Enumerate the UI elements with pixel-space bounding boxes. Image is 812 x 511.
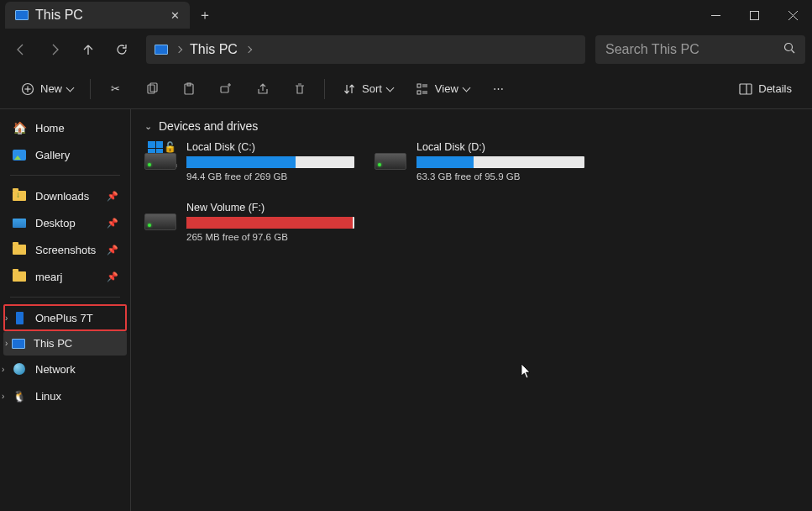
sidebar-item-label: Gallery (35, 149, 70, 161)
svg-line-5 (792, 50, 795, 54)
details-button[interactable]: Details (730, 76, 800, 102)
sidebar-item-label: Downloads (35, 190, 89, 203)
drive-free-text: 94.4 GB free of 269 GB (186, 171, 354, 182)
drive-info: New Volume (F:)265 MB free of 97.6 GB (186, 202, 354, 242)
close-tab-icon[interactable]: ✕ (170, 9, 180, 22)
svg-rect-1 (750, 11, 758, 19)
chevron-right-icon[interactable]: › (2, 365, 4, 374)
chevron-down-icon (385, 84, 394, 92)
search-placeholder: Search This PC (605, 42, 699, 57)
refresh-button[interactable] (107, 35, 136, 64)
sidebar-item-label: Desktop (35, 217, 76, 229)
downloads-icon (12, 188, 27, 203)
drive-item[interactable]: Local Disk (D:)63.3 GB free of 95.9 GB (375, 141, 584, 182)
paste-button[interactable] (173, 76, 205, 102)
sidebar-gallery[interactable]: Gallery (0, 141, 130, 168)
new-tab-button[interactable]: ＋ (198, 7, 212, 24)
share-button[interactable] (247, 76, 279, 102)
sidebar-screenshots[interactable]: Screenshots 📌 (0, 236, 130, 263)
search-input[interactable]: Search This PC (595, 35, 805, 64)
details-icon (738, 82, 753, 97)
sidebar-item-label: Linux (35, 390, 61, 403)
view-icon (415, 82, 430, 97)
forward-button[interactable] (40, 35, 69, 64)
section-devices-drives[interactable]: ⌄ Devices and drives (144, 119, 799, 133)
sidebar-item-label: mearj (35, 271, 63, 283)
chevron-right-icon[interactable]: › (5, 339, 8, 348)
address-bar[interactable]: This PC (146, 35, 585, 64)
folder-icon (12, 269, 27, 284)
sidebar-item-label: Network (35, 363, 76, 376)
view-label: View (435, 82, 458, 95)
sidebar-item-label: Screenshots (35, 244, 96, 256)
more-icon: ⋯ (491, 82, 506, 97)
drive-icon (144, 203, 178, 230)
drive-item[interactable]: 🔓⚙Local Disk (C:)94.4 GB free of 269 GB (144, 141, 354, 182)
svg-rect-20 (740, 84, 752, 94)
chevron-right-icon[interactable]: › (2, 392, 4, 401)
mouse-cursor (521, 363, 532, 383)
delete-button[interactable] (284, 76, 316, 102)
back-button[interactable] (7, 35, 35, 64)
sidebar-mearj[interactable]: mearj 📌 (0, 263, 130, 290)
window-controls (696, 0, 812, 30)
tab-label: This PC (35, 8, 83, 23)
minimize-button[interactable] (696, 0, 735, 30)
share-icon (255, 82, 270, 97)
sidebar-oneplus7t[interactable]: › OnePlus 7T (3, 304, 127, 331)
sort-button[interactable]: Sort (333, 76, 401, 102)
copy-icon (144, 82, 160, 97)
search-icon (783, 42, 795, 57)
chevron-right-icon (245, 46, 252, 53)
new-button[interactable]: New (12, 76, 81, 102)
delete-icon (292, 82, 307, 97)
sort-icon (342, 82, 357, 97)
up-button[interactable] (74, 35, 102, 64)
divider (10, 297, 120, 298)
pin-icon: 📌 (107, 271, 118, 282)
cut-icon: ✂ (107, 82, 123, 97)
toolbar: New ✂ Sort View ⋯ Details (0, 69, 812, 109)
paste-icon (181, 82, 196, 97)
pin-icon: 📌 (107, 245, 118, 256)
sort-label: Sort (362, 82, 382, 95)
titlebar: This PC ✕ ＋ (0, 0, 812, 30)
close-button[interactable] (773, 0, 812, 30)
sidebar-home[interactable]: 🏠 Home (0, 114, 130, 141)
divider (10, 175, 120, 176)
sidebar-thispc[interactable]: › This PC (3, 331, 127, 356)
chevron-right-icon[interactable]: › (5, 313, 8, 323)
rename-button[interactable] (210, 76, 242, 102)
drive-info: Local Disk (C:)94.4 GB free of 269 GB (186, 141, 354, 182)
copy-button[interactable] (136, 76, 168, 102)
tab-this-pc[interactable]: This PC ✕ (5, 2, 190, 29)
linux-icon: 🐧 (12, 388, 27, 403)
home-icon: 🏠 (12, 120, 27, 135)
sidebar-item-label: This PC (34, 337, 72, 350)
more-button[interactable]: ⋯ (483, 76, 515, 102)
sidebar: 🏠 Home Gallery Downloads 📌 Desktop 📌 Scr… (0, 109, 131, 511)
cut-button[interactable]: ✂ (99, 76, 131, 102)
sidebar-linux[interactable]: › 🐧 Linux (0, 382, 130, 409)
maximize-button[interactable] (735, 0, 773, 30)
chevron-down-icon (66, 84, 75, 92)
view-button[interactable]: View (406, 76, 478, 102)
main-content: ⌄ Devices and drives 🔓⚙Local Disk (C:)94… (131, 109, 812, 511)
svg-rect-15 (417, 91, 421, 94)
pin-icon: 📌 (107, 218, 118, 229)
drive-icon (375, 143, 408, 170)
svg-rect-13 (221, 87, 228, 92)
drive-usage-bar (186, 156, 354, 168)
sidebar-downloads[interactable]: Downloads 📌 (0, 182, 130, 209)
drive-name: Local Disk (D:) (416, 141, 584, 153)
drive-usage-bar (186, 217, 354, 229)
sidebar-network[interactable]: › Network (0, 356, 130, 382)
thispc-icon (12, 339, 25, 349)
desktop-icon (12, 215, 27, 230)
drive-item[interactable]: New Volume (F:)265 MB free of 97.6 GB (144, 202, 354, 242)
sidebar-desktop[interactable]: Desktop 📌 (0, 209, 130, 236)
plus-circle-icon (20, 82, 35, 97)
drive-usage-bar (416, 156, 584, 168)
thispc-icon (155, 45, 168, 55)
drives-list: 🔓⚙Local Disk (C:)94.4 GB free of 269 GBL… (144, 141, 799, 242)
